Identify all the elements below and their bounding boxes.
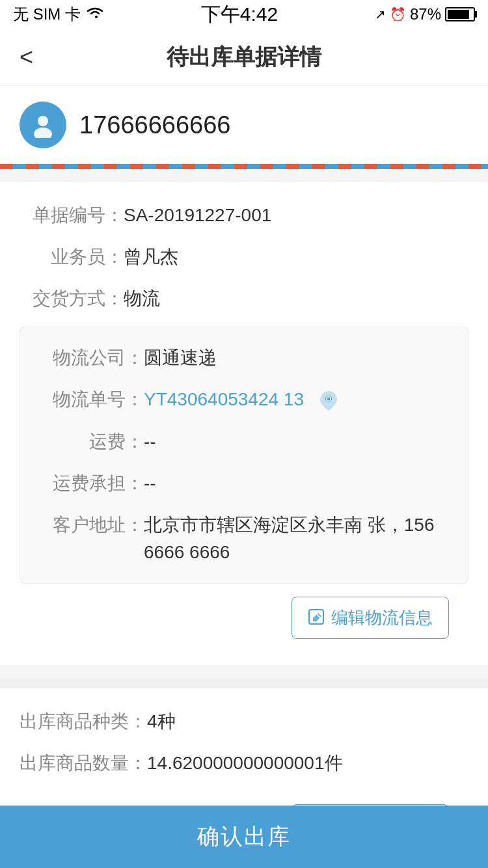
status-bar: 无 SIM 卡 下午4:42 ↗ ⏰ 87%: [0, 0, 488, 29]
delivery-label: 交货方式：: [20, 285, 124, 312]
goods-quantity-row: 出库商品数量： 14.620000000000001件: [20, 750, 468, 777]
customer-phone: 17666666666: [79, 111, 230, 139]
section-separator: [0, 678, 488, 688]
confirm-button[interactable]: 确认出库: [0, 806, 488, 868]
dashed-separator: [0, 164, 488, 169]
freight-row: 运费： --: [40, 428, 448, 455]
freight-bearer-label: 运费承担：: [40, 470, 144, 497]
confirm-label: 确认出库: [197, 822, 291, 852]
doc-number-row: 单据编号： SA-20191227-001: [20, 202, 468, 229]
status-right: ↗ ⏰ 87%: [375, 5, 475, 23]
location-icon: ↗: [375, 7, 386, 22]
battery-percent: 87%: [410, 5, 441, 23]
edit-logistics-label: 编辑物流信息: [331, 606, 433, 629]
agent-row: 业务员： 曾凡杰: [20, 243, 468, 271]
location-track-icon[interactable]: [316, 388, 342, 414]
customer-header: 17666666666: [0, 86, 488, 164]
delivery-row: 交货方式： 物流: [20, 285, 468, 312]
avatar: [20, 102, 66, 148]
back-button[interactable]: <: [20, 44, 33, 71]
logistics-tracking-value: YT43064053424 13: [144, 386, 448, 414]
page-title: 待出库单据详情: [167, 42, 321, 72]
delivery-value: 物流: [124, 285, 468, 312]
doc-number-label: 单据编号：: [20, 202, 124, 229]
logistics-company-value: 圆通速递: [144, 344, 448, 372]
goods-types-row: 出库商品种类： 4种: [20, 708, 468, 735]
freight-bearer-row: 运费承担： --: [40, 470, 448, 497]
svg-point-0: [38, 116, 48, 126]
goods-quantity-label: 出库商品数量：: [20, 750, 147, 777]
freight-value: --: [144, 428, 448, 455]
agent-label: 业务员：: [20, 243, 124, 271]
goods-types-label: 出库商品种类：: [20, 708, 147, 735]
logistics-card: 物流公司： 圆通速递 物流单号： YT43064053424 13: [20, 327, 468, 584]
freight-bearer-value: --: [144, 470, 448, 497]
carrier-label: 无 SIM 卡: [13, 4, 81, 25]
goods-quantity-value: 14.620000000000001件: [147, 750, 468, 777]
edit-logistics-area: 编辑物流信息: [20, 584, 468, 645]
logistics-tracking-row: 物流单号： YT43064053424 13: [40, 386, 448, 414]
address-label: 客户地址：: [40, 511, 144, 539]
svg-point-4: [327, 397, 330, 400]
agent-value: 曾凡杰: [124, 243, 468, 271]
svg-point-1: [34, 128, 52, 138]
battery-icon: [445, 7, 475, 21]
document-info-card: 单据编号： SA-20191227-001 业务员： 曾凡杰 交货方式： 物流 …: [0, 182, 488, 665]
logistics-tracking-label: 物流单号：: [40, 386, 144, 413]
freight-label: 运费：: [40, 428, 144, 455]
doc-number-value: SA-20191227-001: [124, 202, 468, 229]
address-row: 客户地址： 北京市市辖区海淀区永丰南 张，156 6666 6666: [40, 511, 448, 566]
time-label: 下午4:42: [201, 1, 278, 28]
logistics-company-row: 物流公司： 圆通速递: [40, 344, 448, 372]
edit-logistics-button[interactable]: 编辑物流信息: [291, 597, 449, 639]
status-left: 无 SIM 卡: [13, 4, 104, 25]
alarm-icon: ⏰: [390, 7, 406, 22]
edit-icon: [308, 608, 326, 627]
goods-types-value: 4种: [147, 708, 468, 735]
address-value: 北京市市辖区海淀区永丰南 张，156 6666 6666: [144, 511, 448, 566]
wifi-icon: [86, 5, 104, 23]
nav-bar: < 待出库单据详情: [0, 29, 488, 86]
logistics-company-label: 物流公司：: [40, 344, 144, 372]
